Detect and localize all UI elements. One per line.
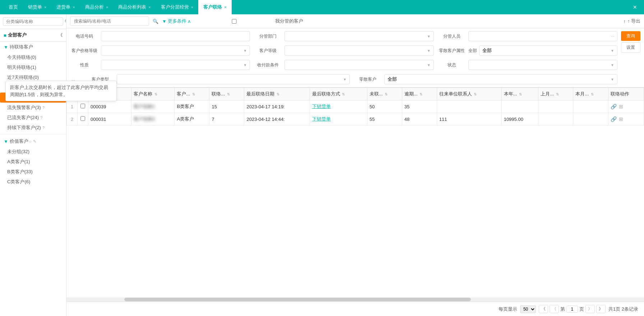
sort-overdue-icon[interactable]: ⇅: [420, 92, 422, 96]
nav-product-list-close[interactable]: ×: [148, 5, 150, 9]
nav-product-list[interactable]: 商品分析列表 ×: [113, 0, 156, 14]
sort-uncontacted-icon[interactable]: ⇅: [385, 92, 388, 96]
churned-help-icon[interactable]: ?: [40, 115, 42, 120]
sort-method-icon[interactable]: ⇅: [342, 92, 345, 96]
sidebar-item-class-c[interactable]: C类客户(6): [0, 177, 66, 187]
nav-purchase[interactable]: 进货单 ×: [51, 0, 80, 14]
sidebar-item-declining[interactable]: 持续下滑客户(2) ?: [0, 123, 66, 133]
sort-last-month-icon[interactable]: ⇅: [556, 92, 559, 96]
col-overdue[interactable]: 逾期... ⇅: [402, 88, 437, 100]
nature-chevron-icon: ▼: [243, 63, 247, 67]
sidebar-item-class-a[interactable]: A类客户(1): [0, 157, 66, 167]
row-this-year-1: [501, 100, 538, 113]
nav-sales[interactable]: 销货单 ×: [23, 0, 51, 14]
nav-customer-contact-close[interactable]: ×: [224, 5, 226, 9]
horizontal-scrollbar[interactable]: [66, 297, 644, 302]
sort-this-month-icon[interactable]: ⇅: [591, 92, 594, 96]
row-level-1: B类客户: [175, 100, 209, 113]
my-customers-checkbox[interactable]: [195, 19, 274, 24]
row-2-grid-icon[interactable]: ⊞: [619, 116, 623, 122]
nav-customer-tier-close[interactable]: ×: [191, 5, 193, 9]
last-page-button[interactable]: 》: [596, 305, 606, 313]
col-contact-person[interactable]: 往来单位联系人 ⇅: [437, 88, 501, 100]
settings-button[interactable]: 设置: [621, 42, 640, 53]
col-level[interactable]: 客户... ⇅: [175, 88, 209, 100]
payment-select[interactable]: ▼: [284, 60, 434, 70]
nav-purchase-close[interactable]: ×: [73, 5, 75, 9]
col-last-month[interactable]: 上月... ⇅: [538, 88, 573, 100]
search-input[interactable]: [70, 16, 149, 26]
nav-home[interactable]: 首页: [4, 0, 23, 14]
sidebar-collapse-icon[interactable]: 《: [58, 32, 62, 38]
col-uncontacted[interactable]: 未联... ⇅: [367, 88, 402, 100]
customer-type-select[interactable]: ▼: [117, 74, 350, 84]
customer-level-chevron-icon: ▼: [427, 49, 431, 53]
sidebar-group-pending[interactable]: ▼ 待联络客户: [0, 42, 66, 52]
price-level-select[interactable]: ▼: [101, 46, 250, 56]
window-close-button[interactable]: ×: [629, 4, 640, 11]
export-icon: ↑: [623, 19, 626, 24]
more-conditions-button[interactable]: ▼ 更多条件 ∧: [162, 18, 191, 24]
row-check-2[interactable]: [78, 113, 88, 126]
my-customers-filter[interactable]: 我分管的客户: [195, 18, 303, 24]
nav-product-analysis-close[interactable]: ×: [106, 5, 108, 9]
dept-select[interactable]: ▼: [284, 31, 434, 41]
per-page-select[interactable]: 50: [520, 305, 536, 313]
col-last-date[interactable]: 最后联络日期 ⇅: [244, 88, 310, 100]
status-select[interactable]: ▼: [468, 60, 617, 70]
sort-level-icon[interactable]: ⇅: [192, 92, 195, 96]
churn-warning-help-icon[interactable]: ?: [42, 105, 45, 110]
nav-sales-close[interactable]: ×: [44, 5, 46, 9]
scrollbar-thumb[interactable]: [124, 298, 471, 301]
row-overdue-2: 48: [402, 113, 437, 126]
nav-product-analysis[interactable]: 商品分析 ×: [80, 0, 113, 14]
phone-input[interactable]: [101, 31, 250, 41]
search-button[interactable]: 🔍: [153, 19, 158, 24]
sidebar-group-value[interactable]: ▼ 价值客户 ○ ✎: [0, 136, 66, 147]
chevron-up-icon: ∧: [187, 19, 191, 24]
sidebar-search-input[interactable]: [3, 17, 63, 26]
page-input[interactable]: [566, 306, 578, 313]
table-row: 1 000039 客户名称1 B类客户 15 2023-04-17 14:19:…: [67, 100, 644, 113]
col-this-year[interactable]: 本年... ⇅: [501, 88, 538, 100]
sidebar-item-churn-warning[interactable]: 流失预警客户(3) ?: [0, 103, 66, 113]
row-check-1[interactable]: [78, 100, 88, 113]
sort-date-icon[interactable]: ⇅: [277, 92, 279, 96]
sidebar-item-ungrouped[interactable]: 未分组(32): [0, 147, 66, 157]
col-contact-count[interactable]: 联络... ⇅: [209, 88, 244, 100]
col-name[interactable]: 客户名称 ⇅: [131, 88, 175, 100]
nature-select[interactable]: ▼: [101, 60, 250, 70]
sort-contact-icon[interactable]: ⇅: [227, 92, 230, 96]
data-table-container[interactable]: ⚙ 客户编码 ⇅ 客户名称 ⇅ 客户...: [66, 88, 644, 297]
sidebar-edit-icon[interactable]: ✎: [33, 139, 36, 144]
prev-page-button[interactable]: 〈: [550, 305, 559, 313]
nav-customer-contact[interactable]: 客户联络 ×: [198, 0, 231, 14]
row-2-link-icon[interactable]: 🔗: [611, 116, 617, 122]
export-button[interactable]: ↑ ↑ 导出: [623, 18, 640, 24]
col-last-method[interactable]: 最后联络方式 ⇅: [310, 88, 367, 100]
col-this-month[interactable]: 本月... ⇅: [573, 88, 608, 100]
row-1-link-icon[interactable]: 🔗: [611, 104, 617, 109]
row-last-method-2[interactable]: 下销货单: [310, 113, 367, 126]
declining-help-icon[interactable]: ?: [42, 126, 45, 130]
sort-contact-person-icon[interactable]: ⇅: [474, 92, 477, 96]
nav-customer-tier[interactable]: 客户分层经营 ×: [156, 0, 198, 14]
retail-customer-select[interactable]: 全部 ▼: [384, 74, 617, 84]
retail-attr-select[interactable]: 全部 ▼: [479, 46, 617, 56]
first-page-button[interactable]: 《: [539, 305, 548, 313]
person-select[interactable]: ···: [468, 31, 617, 41]
sort-this-year-icon[interactable]: ⇅: [519, 92, 522, 96]
sidebar-item-churned[interactable]: 已流失客户(24) ?: [0, 113, 66, 123]
row-2-checkbox[interactable]: [80, 116, 85, 121]
customer-level-select[interactable]: ▼: [284, 46, 434, 56]
sidebar-item-class-b[interactable]: B类客户(33): [0, 167, 66, 177]
sidebar-item-tomorrow[interactable]: 明天待联络(1): [0, 62, 66, 72]
row-last-method-1[interactable]: 下销货单: [310, 100, 367, 113]
sidebar-item-today[interactable]: 今天待联络(0): [0, 52, 66, 62]
row-1-checkbox[interactable]: [80, 104, 85, 108]
sidebar-all-customers[interactable]: ■ 全部客户 《: [0, 29, 66, 42]
next-page-button[interactable]: 〉: [585, 305, 595, 313]
sort-name-icon[interactable]: ⇅: [154, 92, 157, 96]
row-1-grid-icon[interactable]: ⊞: [619, 104, 623, 109]
query-button[interactable]: 查询: [621, 31, 640, 41]
